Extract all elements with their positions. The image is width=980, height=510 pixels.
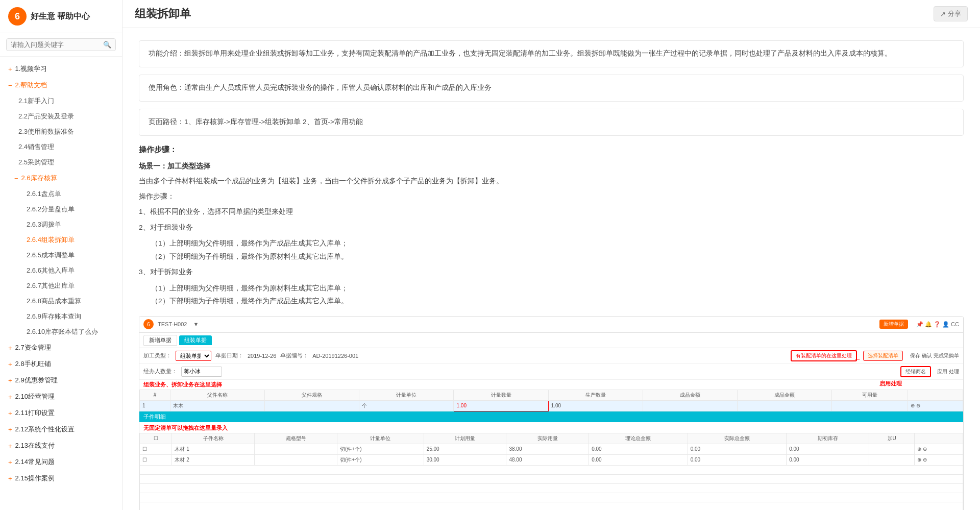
logo-area: 6 好生意 帮助中心 — [0, 0, 122, 33]
expand-icon: + — [8, 65, 12, 73]
sidebar-item-label: 2.7资金管理 — [15, 343, 51, 352]
th-child-name: 子件名称 — [172, 433, 255, 444]
th-parent-spec: 父件规格 — [265, 390, 359, 400]
mock-action-btns: 保存 确认 完成采购单 — [910, 352, 959, 359]
notice-arrow: ← — [854, 355, 861, 363]
search-area: 🔍 — [0, 33, 122, 57]
td-ops: ⊕ ⊖ — [915, 444, 963, 454]
mock-drag-annotation: 无固定清单可以拖拽在这里量录入 — [139, 422, 963, 433]
sidebar-item-sales[interactable]: 2.4销售管理 — [0, 139, 122, 155]
sidebar-item-sysconfig[interactable]: + 2.12系统个性化设置 — [0, 421, 122, 438]
th-opening: 期初库存 — [787, 433, 869, 444]
sidebar-item-data[interactable]: 2.3使用前数据准备 — [0, 124, 122, 139]
th-unit: 计量单位 — [359, 390, 454, 400]
role-text: 使用角色：通常由生产人员或库管人员完成拆装业务的操作，库管人员确认原材料的出库和… — [149, 84, 492, 91]
sidebar-item-coupon[interactable]: + 2.9优惠券管理 — [0, 372, 122, 388]
sidebar-item-print[interactable]: + 2.11打印设置 — [0, 405, 122, 421]
td-num: 1 — [140, 400, 170, 411]
sidebar-item-adjust[interactable]: 2.6.3调拨单 — [0, 217, 122, 232]
mock-tab-new[interactable]: 新增单据 — [143, 335, 177, 346]
sidebar-item-capital[interactable]: + 2.7资金管理 — [0, 339, 122, 356]
mock-logo: 6 — [143, 319, 154, 329]
sidebar-item-splitcount[interactable]: 2.6.2分量盘点单 — [0, 202, 122, 217]
table-row: 1 木木 个 1.00 1.00 ⊕ ⊖ — [140, 400, 963, 411]
td-plan-qty: 25.00 — [424, 444, 506, 454]
sidebar-item-otherin[interactable]: 2.6.6其他入库单 — [0, 263, 122, 278]
td-unit: 个 — [359, 400, 454, 411]
mock-new-order-btn[interactable]: 新增单据 — [879, 320, 908, 329]
td-ops: ⊕ ⊖ — [915, 454, 963, 465]
sidebar-item-video[interactable]: + 1.视频学习 — [0, 61, 122, 77]
td-chk: ☐ — [140, 454, 172, 465]
mock-apply-btn[interactable]: 应用 处理 — [937, 368, 959, 375]
logo-icon: 6 — [8, 7, 27, 26]
table-row: ☐ 木材 2 切(件+个) 30.00 48.00 0.00 0.00 0.00 — [140, 454, 963, 465]
search-input[interactable] — [11, 41, 103, 48]
mock-dropdown: ▼ — [193, 321, 199, 327]
th-theory-amt: 理论总金额 — [589, 433, 688, 444]
sidebar-item-newbie[interactable]: 2.1新手入门 — [0, 93, 122, 109]
mock-staff-input[interactable] — [181, 367, 222, 377]
share-button[interactable]: ↗ 分享 — [934, 6, 968, 21]
search-box[interactable]: 🔍 — [6, 38, 116, 51]
th-amount2: 成品金额 — [737, 390, 831, 400]
mock-select-bom-btn[interactable]: 选择装配清单 — [863, 351, 903, 361]
step2: 2、对于组装业务 — [139, 222, 964, 234]
td-actual: 0.00 — [688, 444, 786, 454]
th-plan-qty: 计量单位 — [337, 433, 424, 444]
td-amt2 — [737, 400, 831, 411]
sidebar-item-stockcount[interactable]: 2.6.1盘点单 — [0, 186, 122, 202]
mock-form-row1: 加工类型： 组装单据 单据日期： 2019-12-26 单据编号： AD-201… — [139, 348, 963, 364]
path-block: 页面路径：1、库存核算->库存管理->组装拆卸单 2、首页->常用功能 — [139, 109, 964, 136]
steps-title: 操作步骤： — [139, 145, 964, 155]
sidebar-item-cases[interactable]: + 2.15操作案例 — [0, 470, 122, 487]
step1: 1、根据不同的业务，选择不同单据的类型来处理 — [139, 206, 964, 218]
sidebar-item-assembly[interactable]: 2.6.4组装拆卸单 — [0, 232, 122, 248]
step3-sub2: （2）下部明细为子件明细，最终作为产成品生成其它入库单。 — [139, 295, 964, 308]
sidebar-item-faq[interactable]: + 2.14常见问题 — [0, 454, 122, 470]
sidebar-item-inventory[interactable]: − 2.6库存核算 — [0, 170, 122, 186]
sidebar-item-docs[interactable]: − 2.帮助文档 — [0, 77, 122, 93]
td-actual: 0.00 — [688, 454, 786, 465]
sidebar-item-costcalc[interactable]: 2.6.8商品成本重算 — [0, 294, 122, 309]
sidebar-item-label: 2.14常见问题 — [15, 457, 55, 467]
mock-top-table: # 父件名称 父件规格 计量单位 计量数量 生产数量 成品金额 成品金额 可用量 — [139, 390, 963, 411]
td-child-spec — [255, 454, 337, 465]
intro-block: 功能介绍：组装拆卸单用来处理企业组装或拆卸等加工业务，支持有固定装配清单的产品加… — [139, 40, 964, 67]
search-icon: 🔍 — [103, 41, 111, 48]
mock-shop-input: 经销商名 — [900, 366, 931, 377]
mock-label-no: 单据编号： — [280, 352, 308, 359]
sidebar-item-stockcheck[interactable]: 2.6.9库存账本查询 — [0, 309, 122, 324]
th-actual-use: 实际用量 — [506, 433, 589, 444]
th-parent-name: 父件名称 — [170, 390, 265, 400]
collapse-icon-inventory: − — [14, 175, 18, 182]
sidebar-item-ops[interactable]: + 2.10经营管理 — [0, 388, 122, 405]
th-add: 加U — [869, 433, 915, 444]
mock-date-val: 2019-12-26 — [248, 353, 276, 359]
scenario1-title: 场景一：加工类型选择 — [139, 162, 964, 171]
td-open: 0.00 — [787, 454, 869, 465]
sidebar-item-label: 2.帮助文档 — [15, 81, 47, 90]
sidebar-item-payment[interactable]: + 2.13在线支付 — [0, 438, 122, 454]
td-child-name: 木材 1 — [172, 444, 255, 454]
sidebar-item-label: 2.10经营管理 — [15, 392, 55, 401]
mock-annotation-area: 组装业务、拆卸业务在这里选择 启用处理 — [139, 380, 963, 390]
mock-label-date: 单据日期： — [215, 352, 243, 359]
expand-icon: + — [8, 475, 12, 482]
sidebar-item-otherout[interactable]: 2.6.7其他出库单 — [0, 278, 122, 294]
sidebar-item-costadj[interactable]: 2.6.5成本调整单 — [0, 248, 122, 263]
td-spec — [265, 400, 359, 411]
mock-app-topbar: 6 TEST-H002 ▼ 新增单据 📌 🔔 ❓ 👤 CC — [139, 317, 963, 333]
td-action: ⊕ ⊖ — [908, 400, 963, 411]
table-row: ☐ 木材 1 切(件+个) 25.00 38.00 0.00 0.00 0.00 — [140, 444, 963, 454]
td-act-qty: 48.00 — [506, 454, 589, 465]
th-amount1: 成品金额 — [643, 390, 737, 400]
sidebar-item-mobile[interactable]: + 2.8手机旺铺 — [0, 356, 122, 372]
sidebar-item-stockerr[interactable]: 2.6.10库存账本错了么办 — [0, 324, 122, 339]
mock-type-select[interactable]: 组装单据 — [176, 351, 211, 361]
sidebar-item-install[interactable]: 2.2产品安装及登录 — [0, 109, 122, 124]
sidebar-item-purchase[interactable]: 2.5采购管理 — [0, 155, 122, 170]
mock-tab-active[interactable]: 组装单据 — [179, 335, 212, 345]
sidebar-item-label: 2.8手机旺铺 — [15, 359, 51, 369]
sidebar-item-label: 2.9优惠券管理 — [15, 376, 58, 385]
